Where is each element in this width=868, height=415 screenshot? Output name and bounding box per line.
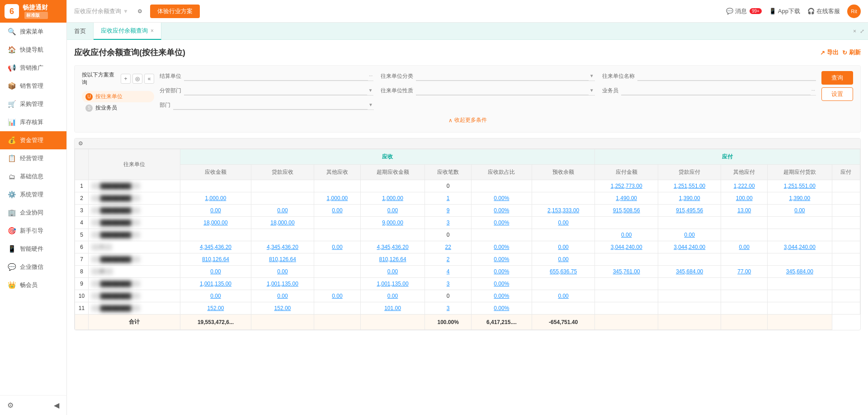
sidebar-label-operation: 经营管理 xyxy=(20,154,43,162)
sidebar-item-member[interactable]: 👑 畅会员 xyxy=(0,276,66,294)
sidebar-item-search[interactable]: 🔍 搜索菜单 xyxy=(0,23,66,41)
row-ar-count: 1 xyxy=(425,192,471,205)
row-ap-overdue xyxy=(767,229,832,241)
row-ar-other xyxy=(314,180,360,192)
row-ap-amount: 1,252,773.00 xyxy=(595,180,658,192)
department-input[interactable] xyxy=(173,100,368,110)
tab-ar-ap[interactable]: 应收应付余额查询 × xyxy=(94,23,161,40)
sidebar-item-operation[interactable]: 📋 经营管理 xyxy=(0,149,66,167)
refresh-button[interactable]: ↻ 刷新 xyxy=(842,48,861,57)
tabbar: 首页 应收应付余额查询 × × ⤢ xyxy=(67,23,868,40)
partner-nature-input[interactable] xyxy=(416,86,588,95)
row-ar-count: 0 xyxy=(425,180,471,192)
sidebar-collapse-btn[interactable]: ◀‍ xyxy=(54,401,59,410)
logo-tag: 标准版 xyxy=(24,12,48,19)
collapse-filter-btn[interactable]: « xyxy=(144,74,154,84)
topbar-right: 💬 消息 99+ 📱 App下载 🎧 在线客服 Rit xyxy=(726,5,861,18)
partner-category-input[interactable] xyxy=(416,71,588,81)
row-ar-advance: 0.00 xyxy=(532,217,595,229)
sidebar-item-basic-info[interactable]: 🗂 基础信息 xyxy=(0,167,66,186)
partner-nature-down-icon[interactable]: ▼ xyxy=(589,88,595,93)
sidebar-item-smart[interactable]: 📱 智能硬件 xyxy=(0,240,66,258)
query-button[interactable]: 查询 xyxy=(821,71,853,85)
row-ap-other xyxy=(721,302,767,315)
row-ar-ratio: 0.00% xyxy=(471,192,532,205)
sidebar-label-smart: 智能硬件 xyxy=(20,245,43,253)
partner-name-input[interactable] xyxy=(637,71,816,81)
table-settings-bar: ⚙ xyxy=(75,138,860,149)
member-icon: 👑 xyxy=(7,281,16,290)
sidebar-item-inventory[interactable]: 📊 库存核算 xyxy=(0,113,66,131)
service-button[interactable]: 🎧 在线客服 xyxy=(807,7,840,15)
settlement-unit-input[interactable] xyxy=(184,71,368,81)
sidebar-settings-btn[interactable]: ⚙ xyxy=(7,401,14,410)
row-ap-other: 0.00 xyxy=(721,241,767,253)
footer-empty4 xyxy=(360,315,425,330)
row-ar-ratio: 0.00% xyxy=(471,241,532,253)
promo-button[interactable]: 体验行业方案 xyxy=(150,5,200,18)
sidebar-item-wechat[interactable]: 💬 企业微信 xyxy=(0,258,66,276)
division-input[interactable] xyxy=(184,86,367,95)
tab-home[interactable]: 首页 xyxy=(67,23,94,40)
sidebar-item-system[interactable]: ⚙️ 系统管理 xyxy=(0,186,66,204)
sidebar-item-marketing[interactable]: 📢 营销推广 xyxy=(0,59,66,77)
row-ar-advance: 2,153,333.00 xyxy=(532,205,595,217)
row-ap-overdue xyxy=(767,253,832,266)
system-icon: ⚙️ xyxy=(7,190,16,199)
config-filter-btn[interactable]: ◎ xyxy=(132,74,142,84)
row-ar-advance xyxy=(532,302,595,315)
app-download-button[interactable]: 📱 App下载 xyxy=(769,7,800,15)
row-ar-amount xyxy=(180,180,251,192)
sidebar-item-enterprise[interactable]: 🏢 企业协同 xyxy=(0,204,66,222)
settlement-unit-more-icon[interactable]: ··· xyxy=(368,73,373,78)
tab-home-label: 首页 xyxy=(74,27,86,35)
sidebar-item-finance[interactable]: 💰 资金管理 xyxy=(0,131,66,149)
row-ar-count: 3 xyxy=(425,302,471,315)
row-ar-overdue: 0.00 xyxy=(360,205,425,217)
row-ar-loan xyxy=(251,192,314,205)
department-down-icon[interactable]: ▼ xyxy=(368,102,374,107)
set-button[interactable]: 设置 xyxy=(821,87,853,101)
tab-close-window-icon[interactable]: × xyxy=(853,28,856,34)
user-avatar[interactable]: Rit xyxy=(847,5,861,18)
message-icon: 💬 xyxy=(726,8,733,14)
row-ar-loan: 0.00 xyxy=(251,266,314,278)
row-ap-loan xyxy=(658,253,721,266)
table-row: 1████████01,252,773.001,251,551.001,222.… xyxy=(75,180,860,192)
settings-gear-icon[interactable]: ⚙ xyxy=(134,5,146,18)
export-button[interactable]: ↗ 导出 xyxy=(820,48,839,57)
division-input-wrap: ▼ xyxy=(184,86,373,95)
message-button[interactable]: 💬 消息 99+ xyxy=(726,7,762,15)
sidebar-item-quick-nav[interactable]: 🏠 快捷导航 xyxy=(0,41,66,59)
row-num: 11 xyxy=(75,302,89,315)
tab-close-icon[interactable]: × xyxy=(151,28,154,34)
scheme-by-unit[interactable]: U 按往来单位 xyxy=(82,91,154,102)
collapse-bar[interactable]: ∧ 收起更多条件 xyxy=(82,114,853,127)
sidebar-item-sales[interactable]: 📦 销售管理 xyxy=(0,77,66,95)
salesperson-input[interactable] xyxy=(621,86,811,95)
add-filter-btn[interactable]: + xyxy=(121,74,131,84)
footer-empty5 xyxy=(595,315,658,330)
salesperson-more-icon[interactable]: ··· xyxy=(811,88,816,93)
tab-expand-icon[interactable]: ⤢ xyxy=(860,28,864,34)
table-settings-icon[interactable]: ⚙ xyxy=(78,140,83,147)
row-ar-ratio: 0.00% xyxy=(471,253,532,266)
query-actions: 查询 设置 xyxy=(821,71,853,101)
scheme-by-unit-label: 按往来单位 xyxy=(95,93,123,100)
scheme-by-staff[interactable]: S 按业务员 xyxy=(82,102,154,114)
partner-category-down-icon[interactable]: ▼ xyxy=(589,73,595,78)
row-ar-count: 2 xyxy=(425,253,471,266)
sidebar-label-member: 畅会员 xyxy=(20,281,38,289)
col-ar-amount-header: 应收金额 xyxy=(180,165,251,180)
row-num: 8 xyxy=(75,266,89,278)
row-ap-other: 1,222.00 xyxy=(721,180,767,192)
footer-ar-ratio: 100.00% xyxy=(425,315,471,330)
message-label: 消息 xyxy=(735,7,747,15)
sidebar-item-guide[interactable]: 🎯 新手引导 xyxy=(0,222,66,240)
row-ar-count: 9 xyxy=(425,205,471,217)
sidebar-item-purchase[interactable]: 🛒 采购管理 xyxy=(0,95,66,113)
sidebar-label-enterprise: 企业协同 xyxy=(20,209,43,217)
collapse-label: 收起更多条件 xyxy=(454,116,487,124)
row-ap-overdue: 345,684.00 xyxy=(767,266,832,278)
division-down-icon[interactable]: ▼ xyxy=(367,88,373,93)
